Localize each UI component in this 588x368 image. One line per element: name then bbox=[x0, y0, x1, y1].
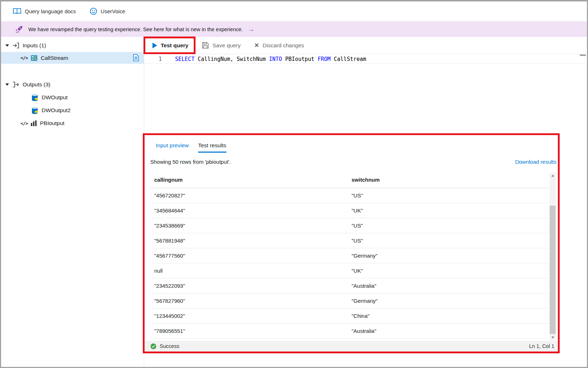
discard-changes-button[interactable]: ✕ Discard changes bbox=[254, 42, 304, 49]
sidebar-item-callstream[interactable]: </> CallStream bbox=[1, 52, 144, 64]
inputs-section-header[interactable]: Inputs (1) bbox=[1, 39, 144, 52]
sql-keyword: SELECT bbox=[175, 56, 194, 62]
save-icon bbox=[202, 42, 209, 49]
table-row: "567881948" "US" bbox=[150, 233, 549, 248]
status-badge: Success bbox=[160, 343, 179, 349]
output-icon bbox=[13, 82, 19, 87]
cursor-position: Ln 1, Col 1 bbox=[529, 343, 554, 349]
rocket-icon bbox=[15, 25, 23, 34]
cell-callingnum: "567827960" bbox=[150, 293, 348, 308]
success-check-icon bbox=[150, 343, 156, 349]
sql-text: CallingNum, SwitchNum bbox=[194, 56, 269, 62]
cell-switchnum: "Australia" bbox=[348, 323, 549, 338]
showing-rows-text: Showing 50 rows from 'pbioutput'. bbox=[150, 159, 231, 165]
dwoutput-label: DWOutput bbox=[42, 94, 67, 101]
input-icon bbox=[13, 43, 19, 48]
query-editor[interactable]: 1 SELECT CallingNum, SwitchNum INTO PBIo… bbox=[145, 54, 586, 133]
chevron-down-icon bbox=[5, 83, 9, 86]
table-row: "456777560" "Germany" bbox=[150, 248, 549, 263]
table-row: "567827960" "Germany" bbox=[150, 293, 549, 308]
stream-analytics-query-page: Query language docs UserVoice We have re… bbox=[0, 0, 588, 368]
cell-switchnum: "Germany" bbox=[348, 293, 549, 308]
results-status-bar: Success Ln 1, Col 1 bbox=[145, 341, 558, 352]
cell-callingnum: "234538669" bbox=[150, 218, 348, 233]
cell-switchnum: "US" bbox=[348, 188, 549, 203]
cell-callingnum: "234522093" bbox=[150, 278, 348, 293]
table-row: "456720827" "US" bbox=[150, 188, 549, 203]
results-panel: Input preview Test results Showing 50 ro… bbox=[143, 133, 560, 353]
power-bi-icon bbox=[30, 120, 37, 126]
play-icon bbox=[152, 43, 157, 48]
query-toolbar: Test query Save query ✕ Discard changes bbox=[145, 37, 587, 54]
cell-callingnum: "345684644" bbox=[150, 203, 348, 218]
cell-switchnum: "Germany" bbox=[348, 248, 549, 263]
table-row: null "UK" bbox=[150, 263, 549, 278]
close-icon: ✕ bbox=[254, 42, 259, 49]
query-language-docs-link[interactable]: Query language docs bbox=[13, 8, 76, 14]
code-brackets-icon: </> bbox=[20, 121, 28, 126]
chevron-down-icon bbox=[5, 44, 9, 47]
event-hub-icon bbox=[30, 54, 38, 62]
callstream-label: CallStream bbox=[41, 55, 68, 61]
test-query-button[interactable]: Test query bbox=[152, 42, 188, 49]
query-code: SELECT CallingNum, SwitchNum INTO PBIout… bbox=[162, 56, 366, 62]
outputs-header-label: Outputs (3) bbox=[23, 81, 51, 88]
uservoice-label: UserVoice bbox=[101, 8, 125, 14]
code-brackets-icon: </> bbox=[20, 55, 28, 61]
sidebar-item-pbioutput[interactable]: </> PBIoutput bbox=[1, 117, 144, 130]
book-icon bbox=[13, 8, 21, 14]
cell-callingnum: "456720827" bbox=[150, 188, 348, 203]
sidebar-item-dwoutput[interactable]: DWOutput bbox=[1, 91, 144, 104]
triangle-up-icon bbox=[551, 175, 554, 177]
tab-input-preview[interactable]: Input preview bbox=[156, 142, 189, 153]
status-left: Success bbox=[150, 343, 179, 349]
cell-switchnum: "US" bbox=[348, 218, 549, 233]
results-table-header: callingnum switchnum bbox=[150, 172, 549, 188]
sql-database-icon bbox=[31, 94, 38, 101]
cell-switchnum: "UK" bbox=[348, 203, 549, 218]
save-query-label: Save query bbox=[212, 42, 240, 49]
editor-scrollbar-thumb[interactable] bbox=[580, 54, 586, 56]
cell-callingnum: "567881948" bbox=[150, 233, 348, 248]
results-table: callingnum switchnum "456720827" "US" "3… bbox=[150, 172, 549, 339]
smiley-icon bbox=[90, 8, 97, 15]
cell-callingnum: "789056551" bbox=[150, 323, 348, 338]
line-number: 1 bbox=[145, 56, 162, 62]
sql-keyword: FROM bbox=[317, 56, 330, 62]
cell-switchnum: "Australia" bbox=[348, 278, 549, 293]
pbioutput-label: PBIoutput bbox=[40, 120, 64, 126]
cell-switchnum: "China" bbox=[348, 308, 549, 323]
outputs-section-header[interactable]: Outputs (3) bbox=[1, 78, 144, 91]
code-line-1: 1 SELECT CallingNum, SwitchNum INTO PBIo… bbox=[145, 54, 586, 64]
discard-changes-label: Discard changes bbox=[263, 42, 304, 49]
inputs-header-label: Inputs (1) bbox=[23, 42, 46, 49]
table-row: "789056551" "Australia" bbox=[150, 323, 549, 338]
save-query-button[interactable]: Save query bbox=[202, 42, 240, 49]
results-meta-row: Showing 50 rows from 'pbioutput'. Downlo… bbox=[150, 159, 556, 165]
table-row: "234538669" "US" bbox=[150, 218, 549, 233]
results-scrollbar[interactable] bbox=[550, 173, 556, 340]
document-preview-icon[interactable] bbox=[133, 54, 139, 61]
uservoice-link[interactable]: UserVoice bbox=[90, 8, 125, 15]
results-tabs: Input preview Test results bbox=[156, 142, 226, 153]
download-results-link[interactable]: Download results bbox=[515, 159, 556, 165]
banner-message: We have revamped the query testing exper… bbox=[28, 27, 243, 32]
table-row: "234522093" "Australia" bbox=[150, 278, 549, 293]
scrollbar-down-arrow[interactable] bbox=[550, 335, 556, 340]
topbar: Query language docs UserVoice bbox=[1, 1, 587, 21]
dwoutput2-label: DWOutput2 bbox=[42, 107, 71, 114]
table-row: "123445002" "China" bbox=[150, 308, 549, 323]
cell-callingnum: "456777560" bbox=[150, 248, 348, 263]
sidebar-spacer bbox=[1, 64, 144, 78]
column-header-switchnum: switchnum bbox=[348, 172, 549, 188]
scrollbar-thumb[interactable] bbox=[550, 206, 556, 334]
results-table-body: "456720827" "US" "345684644" "UK" "23453… bbox=[150, 188, 549, 338]
sql-database-icon bbox=[31, 106, 38, 114]
cell-switchnum: "US" bbox=[348, 233, 549, 248]
tab-test-results[interactable]: Test results bbox=[198, 142, 226, 153]
scrollbar-up-arrow[interactable] bbox=[550, 173, 556, 178]
sidebar-item-dwoutput2[interactable]: DWOutput2 bbox=[1, 104, 144, 117]
sql-keyword: INTO bbox=[269, 56, 282, 62]
sql-text: PBIoutput bbox=[282, 56, 317, 62]
banner-arrow-link[interactable]: → bbox=[248, 26, 255, 33]
